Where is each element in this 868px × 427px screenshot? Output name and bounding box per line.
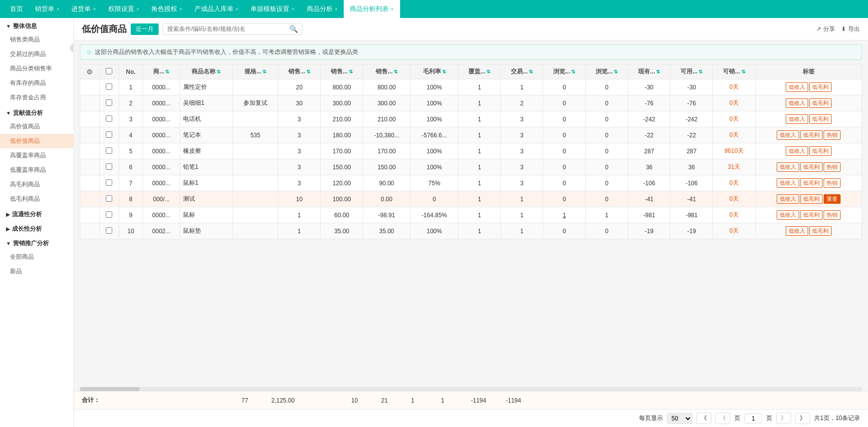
- row-checkbox[interactable]: [106, 179, 112, 186]
- cell-col7[interactable]: 0: [543, 191, 586, 207]
- col-sales1[interactable]: 销售...⇅: [278, 64, 320, 79]
- row-checkbox[interactable]: [106, 131, 112, 138]
- sidebar-section-growth[interactable]: ▶ 成长性分析: [0, 221, 73, 235]
- cell-code[interactable]: 0000...: [143, 79, 180, 95]
- cell-checkbox[interactable]: [99, 127, 119, 143]
- row-checkbox[interactable]: [106, 227, 112, 234]
- nav-sales[interactable]: 销货单 ×: [29, 0, 65, 18]
- col-coverage[interactable]: 覆盖...⇅: [458, 64, 501, 79]
- nav-home[interactable]: 首页: [4, 0, 29, 18]
- cell-checkbox[interactable]: [99, 223, 119, 239]
- first-page-btn[interactable]: 《: [696, 413, 711, 424]
- sidebar-item-stock-capital[interactable]: 库存资金占用: [0, 90, 73, 105]
- col-available[interactable]: 可用...⇅: [670, 64, 713, 79]
- sidebar-item-sales-products[interactable]: 销售类商品: [0, 32, 73, 47]
- col-settings[interactable]: ⚙: [80, 64, 100, 79]
- col-trade[interactable]: 交易...⇅: [501, 64, 543, 79]
- cell-code[interactable]: 0000...: [143, 127, 180, 143]
- sidebar-item-all-products[interactable]: 全部商品: [0, 250, 73, 264]
- page-number-input[interactable]: [744, 414, 762, 424]
- row-checkbox[interactable]: [106, 163, 112, 170]
- row-checkbox[interactable]: [106, 115, 112, 122]
- col-gross-margin[interactable]: 毛利率⇅: [411, 64, 458, 79]
- cell-col7[interactable]: 0: [543, 95, 586, 111]
- close-analysis-icon[interactable]: ×: [335, 6, 338, 12]
- cell-code[interactable]: 0000...: [143, 95, 180, 111]
- prev-page-btn[interactable]: 〈: [715, 413, 730, 424]
- export-btn[interactable]: ⬇ 导出: [841, 25, 860, 33]
- search-input[interactable]: [167, 25, 289, 32]
- cell-col7[interactable]: 1: [543, 207, 586, 223]
- sidebar-item-low-profit[interactable]: 低毛利商品: [0, 192, 73, 206]
- cell-checkbox[interactable]: [99, 111, 119, 127]
- sidebar-item-new-products[interactable]: 新品: [0, 264, 73, 279]
- sidebar-item-low-value[interactable]: 低价值商品: [0, 134, 73, 148]
- next-page-btn[interactable]: 〉: [776, 413, 791, 424]
- nav-role[interactable]: 角色授权 ×: [145, 0, 188, 18]
- row-checkbox[interactable]: [106, 211, 112, 218]
- close-sales-icon[interactable]: ×: [56, 6, 59, 12]
- sidebar-section-circulation[interactable]: ▶ 流通性分析: [0, 206, 73, 221]
- filter-recent-month-btn[interactable]: 近一月: [131, 23, 159, 35]
- scrollbar-thumb[interactable]: [80, 387, 140, 391]
- cell-col7[interactable]: 0: [543, 111, 586, 127]
- nav-purchase[interactable]: 进货单 ×: [65, 0, 102, 18]
- col-sales2[interactable]: 销售...⇅: [320, 64, 363, 79]
- close-role-icon[interactable]: ×: [179, 6, 182, 12]
- sidebar-item-high-value[interactable]: 高价值商品: [0, 119, 73, 134]
- cell-code[interactable]: 0000...: [143, 111, 180, 127]
- cell-col7[interactable]: 0: [543, 223, 586, 239]
- sidebar-item-category-sales[interactable]: 商品分类销售率: [0, 61, 73, 76]
- cell-code[interactable]: 000/...: [143, 191, 180, 207]
- sidebar-item-high-coverage[interactable]: 高覆盖率商品: [0, 148, 73, 163]
- cell-code[interactable]: 0000...: [143, 159, 180, 175]
- nav-product-analysis[interactable]: 商品分析 ×: [301, 0, 344, 18]
- col-current-stock[interactable]: 现有...⇅: [628, 64, 670, 79]
- nav-template[interactable]: 单据模板设置 ×: [244, 0, 300, 18]
- col-checkbox[interactable]: [99, 64, 119, 79]
- row-checkbox[interactable]: [106, 83, 112, 90]
- cell-checkbox[interactable]: [99, 191, 119, 207]
- cell-checkbox[interactable]: [99, 175, 119, 191]
- cell-checkbox[interactable]: [99, 143, 119, 159]
- cell-col7[interactable]: 0: [543, 127, 586, 143]
- close-inbound-icon[interactable]: ×: [235, 6, 238, 12]
- select-all-checkbox[interactable]: [106, 68, 112, 74]
- sidebar-section-general[interactable]: ▼ 整体信息: [0, 18, 73, 32]
- sidebar-item-low-coverage[interactable]: 低覆盖率商品: [0, 163, 73, 177]
- row-checkbox[interactable]: [106, 147, 112, 154]
- close-template-icon[interactable]: ×: [291, 6, 294, 12]
- sidebar-item-stock-products[interactable]: 有库存的商品: [0, 76, 73, 90]
- col-browse1[interactable]: 浏览...⇅: [543, 64, 586, 79]
- nav-permission[interactable]: 权限设置 ×: [102, 0, 145, 18]
- col-name[interactable]: 商品名称⇅: [180, 64, 232, 79]
- row-checkbox[interactable]: [106, 99, 112, 106]
- nav-analysis-list[interactable]: 商品分析列表 ×: [344, 0, 400, 18]
- close-permission-icon[interactable]: ×: [136, 6, 139, 12]
- sidebar-section-marketing[interactable]: ▼ 营销推广分析: [0, 235, 73, 250]
- cell-checkbox[interactable]: [99, 79, 119, 95]
- cell-code[interactable]: 0000...: [143, 207, 180, 223]
- page-size-select[interactable]: 50 100: [667, 413, 692, 424]
- cell-code[interactable]: 0002...: [143, 223, 180, 239]
- cell-col7[interactable]: 0: [543, 159, 586, 175]
- nav-product-inbound[interactable]: 产成品入库单 ×: [189, 0, 244, 18]
- cell-col7[interactable]: 0: [543, 175, 586, 191]
- last-page-btn[interactable]: 》: [795, 413, 810, 424]
- gear-icon[interactable]: ⚙: [86, 68, 93, 76]
- sidebar-item-high-profit[interactable]: 高毛利商品: [0, 177, 73, 192]
- cell-col7[interactable]: 0: [543, 79, 586, 95]
- sidebar-section-contribution[interactable]: ▼ 贡献值分析: [0, 105, 73, 119]
- horizontal-scrollbar[interactable]: [80, 387, 862, 391]
- col-spec[interactable]: 规格...⇅: [232, 64, 278, 79]
- col-browse2[interactable]: 浏览...⇅: [586, 64, 628, 79]
- cell-col7[interactable]: 0: [543, 143, 586, 159]
- close-purchase-icon[interactable]: ×: [93, 6, 96, 12]
- cell-checkbox[interactable]: [99, 95, 119, 111]
- search-icon[interactable]: 🔍: [289, 25, 298, 33]
- sidebar-item-traded-products[interactable]: 交易过的商品: [0, 47, 73, 61]
- cell-code[interactable]: 0000...: [143, 175, 180, 191]
- share-btn[interactable]: ↗ 分享: [816, 25, 835, 33]
- cell-code[interactable]: 0000...: [143, 143, 180, 159]
- close-analysis-list-icon[interactable]: ×: [391, 6, 394, 12]
